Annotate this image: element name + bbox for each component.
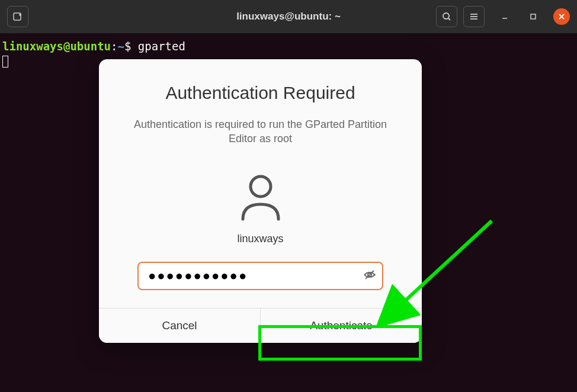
svg-rect-9 xyxy=(531,14,536,19)
prompt-path: ~ xyxy=(117,40,124,53)
maximize-icon xyxy=(530,13,537,20)
prompt-colon: : xyxy=(111,40,117,53)
dialog-content: Authentication Required Authentication i… xyxy=(99,59,422,308)
window-title: linuxways@ubuntu: ~ xyxy=(236,11,341,23)
prompt-dollar: $ xyxy=(124,40,138,53)
authenticate-button[interactable]: Authenticate xyxy=(261,309,422,343)
dialog-buttons: Cancel Authenticate xyxy=(99,308,422,343)
minimize-button[interactable] xyxy=(496,8,513,25)
svg-line-4 xyxy=(448,18,450,20)
svg-point-12 xyxy=(251,176,271,197)
avatar-icon xyxy=(240,175,281,223)
terminal-line: linuxways@ubuntu:~$ gparted xyxy=(2,39,575,54)
titlebar-controls xyxy=(436,6,570,27)
terminal-cursor xyxy=(2,56,8,68)
username-label: linuxways xyxy=(120,233,400,245)
maximize-button[interactable] xyxy=(525,8,541,25)
password-input[interactable] xyxy=(137,262,383,290)
svg-point-3 xyxy=(443,13,449,19)
new-tab-icon xyxy=(12,11,23,22)
new-tab-button[interactable] xyxy=(7,6,28,27)
user-section: linuxways xyxy=(120,175,400,245)
minimize-icon xyxy=(501,13,508,20)
close-button[interactable] xyxy=(553,8,570,25)
titlebar: linuxways@ubuntu: ~ xyxy=(0,0,577,33)
dialog-title: Authentication Required xyxy=(120,83,400,103)
search-button[interactable] xyxy=(436,6,457,27)
menu-button[interactable] xyxy=(463,6,485,27)
reveal-password-button[interactable] xyxy=(363,268,376,284)
terminal-command: gparted xyxy=(138,40,185,53)
prompt-user: linuxways@ubuntu xyxy=(2,40,111,53)
close-icon xyxy=(558,13,565,20)
dialog-message: Authentication is required to run the GP… xyxy=(120,117,400,146)
svg-rect-0 xyxy=(14,13,21,20)
cancel-button[interactable]: Cancel xyxy=(99,309,261,343)
eye-slash-icon xyxy=(363,268,376,281)
search-icon xyxy=(441,11,452,22)
password-wrapper xyxy=(137,262,383,290)
hamburger-icon xyxy=(469,11,479,22)
authentication-dialog: Authentication Required Authentication i… xyxy=(99,59,422,343)
